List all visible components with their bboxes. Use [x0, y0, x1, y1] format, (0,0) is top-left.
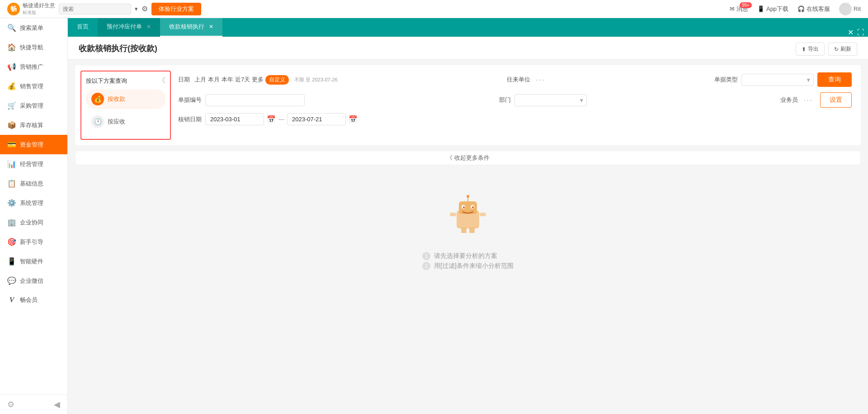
shortcut-this-month[interactable]: 本月	[208, 76, 220, 84]
doc-type-label: 单据类型	[714, 76, 738, 84]
sidebar-item-vip[interactable]: V 畅会员	[0, 290, 67, 309]
sidebar-item-label: 新手引导	[20, 238, 43, 246]
filter-option-by-receipt[interactable]: 💰 按收款	[86, 89, 165, 109]
doc-no-input[interactable]	[205, 94, 305, 106]
headset-icon: 🎧	[797, 5, 805, 12]
bottom-settings-icon[interactable]: ⚙	[7, 400, 14, 409]
writeoff-date-start-input[interactable]	[205, 113, 264, 125]
tab-prepay-close[interactable]: ✕	[146, 24, 151, 30]
shortcut-last-month[interactable]: 上月	[194, 76, 206, 84]
collapse-more-btn[interactable]: 《 收起更多条件	[75, 151, 861, 165]
chevron-up-icon: 《	[447, 154, 453, 162]
sidebar-item-label: 基础信息	[20, 180, 43, 188]
tab-close-all-icon[interactable]: ✕	[848, 28, 854, 37]
sidebar-bottom: ⚙ ◀	[0, 395, 67, 414]
topbar-left: 畅 畅捷通好生意 标准版 ▾ ⚙ 体验行业方案	[7, 2, 201, 16]
doc-type-select-wrap: ▾	[741, 74, 814, 86]
sidebar-item-finance[interactable]: 💳 资金管理	[0, 135, 67, 154]
settings-icon[interactable]: ⚙	[142, 5, 148, 13]
partner-label: 往来单位	[507, 76, 530, 84]
sidebar-item-hardware[interactable]: 📱 智能硬件	[0, 252, 67, 271]
settings-button[interactable]: 设置	[820, 92, 852, 108]
user-name: Rit	[854, 5, 861, 12]
tab-writeoff-close[interactable]: ✕	[209, 24, 213, 30]
sidebar-item-label: 销售管理	[20, 82, 43, 90]
guide-icon: 🎯	[7, 238, 16, 246]
filter-option-by-receivable[interactable]: 🕐 按应收	[86, 112, 165, 132]
doc-type-select[interactable]	[741, 74, 814, 86]
filter-option-receipt-label: 按收款	[108, 95, 125, 103]
sidebar-item-sales[interactable]: 💰 销售管理	[0, 76, 67, 96]
svg-rect-8	[450, 213, 456, 216]
tab-expand-icon[interactable]: ⛶	[857, 29, 864, 37]
sidebar-item-search[interactable]: 🔍 搜索菜单	[0, 18, 67, 38]
messages-btn[interactable]: ✉ 消息 99+	[730, 5, 748, 13]
sidebar-item-label: 智能硬件	[20, 257, 43, 266]
enterprise-icon: 🏢	[7, 218, 16, 227]
dropdown-icon[interactable]: ▾	[135, 5, 138, 12]
calendar-start-icon[interactable]: 📅	[267, 115, 276, 124]
sidebar-item-label: 企业协同	[20, 219, 43, 227]
tab-prepay-label: 预付冲应付单	[107, 23, 142, 31]
date-label: 日期	[178, 76, 191, 84]
filter-options-panel: 按以下方案查询 《 💰 按收款 🕐 按应收	[80, 71, 171, 140]
page-header: 收款核销执行(按收款) ⬆ 导出 ↻ 刷新	[68, 37, 868, 60]
export-button[interactable]: ⬆ 导出	[796, 43, 825, 56]
svg-point-7	[467, 195, 469, 198]
content-area: 首页 预付冲应付单 ✕ 收款核销执行 ✕ ✕ ⛶ 收款核销执行(按收款)	[68, 18, 868, 414]
sidebar-item-label: 库存核算	[20, 121, 43, 129]
message-icon: ✉	[730, 5, 735, 12]
sidebar-item-label: 系统管理	[20, 199, 43, 207]
staff-label: 业务员	[780, 96, 798, 104]
filter-area: 按以下方案查询 《 💰 按收款 🕐 按应收	[75, 65, 861, 145]
sidebar-item-inventory[interactable]: 📦 库存核算	[0, 115, 67, 135]
sidebar-item-business[interactable]: 📊 经营管理	[0, 154, 67, 174]
sidebar-item-wechat[interactable]: 💬 企业微信	[0, 271, 67, 290]
user-info[interactable]: Rit	[839, 3, 861, 15]
dept-select[interactable]	[514, 94, 587, 106]
vip-icon: V	[7, 296, 16, 304]
shortcut-more[interactable]: 更多	[252, 76, 264, 84]
tab-home[interactable]: 首页	[68, 18, 98, 37]
sidebar-item-system[interactable]: ⚙️ 系统管理	[0, 193, 67, 213]
purchase-icon: 🛒	[7, 101, 16, 110]
wechat-icon: 💬	[7, 276, 16, 285]
sidebar-item-basic[interactable]: 📋 基础信息	[0, 174, 67, 193]
empty-hint-text-2: 用[过滤]条件来缩小分析范围	[434, 262, 514, 270]
sidebar-item-label: 快捷导航	[20, 43, 43, 52]
sidebar-item-quick-nav[interactable]: 🏠 快捷导航	[0, 38, 67, 57]
tab-prepay[interactable]: 预付冲应付单 ✕	[98, 18, 160, 37]
sidebar-item-label: 企业微信	[20, 277, 43, 285]
calendar-end-icon[interactable]: 📅	[349, 115, 358, 124]
business-icon: 📊	[7, 160, 16, 168]
staff-dots[interactable]: ···	[803, 95, 813, 105]
date-hint: 不限 至 2023-07-26	[294, 76, 337, 83]
dept-select-wrap: ▾	[514, 94, 587, 106]
app-download-btn[interactable]: 📱 App下载	[757, 5, 788, 13]
sidebar-item-purchase[interactable]: 🛒 采购管理	[0, 96, 67, 115]
page-toolbar: ⬆ 导出 ↻ 刷新	[796, 43, 857, 59]
writeoff-date-label: 核销日期	[178, 115, 202, 124]
shortcut-this-year[interactable]: 本年	[222, 76, 233, 84]
filter-collapse-btn[interactable]: 《	[158, 76, 165, 86]
sidebar-item-guide[interactable]: 🎯 新手引导	[0, 232, 67, 252]
partner-dots[interactable]: ···	[536, 75, 545, 85]
query-button[interactable]: 查询	[817, 72, 852, 87]
online-service-btn[interactable]: 🎧 在线客服	[797, 5, 830, 13]
writeoff-date-end-input[interactable]	[287, 113, 346, 125]
sidebar-item-label: 经营管理	[20, 160, 43, 168]
empty-hint-1: 1 请先选择要分析的方案	[422, 252, 514, 260]
shortcut-custom[interactable]: 自定义	[265, 75, 289, 85]
sidebar-item-enterprise[interactable]: 🏢 企业协同	[0, 213, 67, 232]
basic-icon: 📋	[7, 179, 16, 188]
tab-writeoff[interactable]: 收款核销执行 ✕	[160, 18, 222, 37]
refresh-button[interactable]: ↻ 刷新	[828, 43, 857, 56]
sidebar-item-marketing[interactable]: 📢 营销推广	[0, 57, 67, 76]
sidebar-collapse-icon[interactable]: ◀	[54, 400, 60, 409]
shortcut-7days[interactable]: 近7天	[235, 76, 250, 84]
filter-fields: 日期 上月 本月 本年 近7天 更多 自定义 不限 至 2023-07-26	[175, 71, 855, 140]
trial-button[interactable]: 体验行业方案	[151, 3, 201, 15]
topbar-right: ✉ 消息 99+ 📱 App下载 🎧 在线客服 Rit	[730, 3, 861, 15]
search-input[interactable]	[59, 4, 131, 14]
receivable-icon: 🕐	[91, 115, 104, 128]
